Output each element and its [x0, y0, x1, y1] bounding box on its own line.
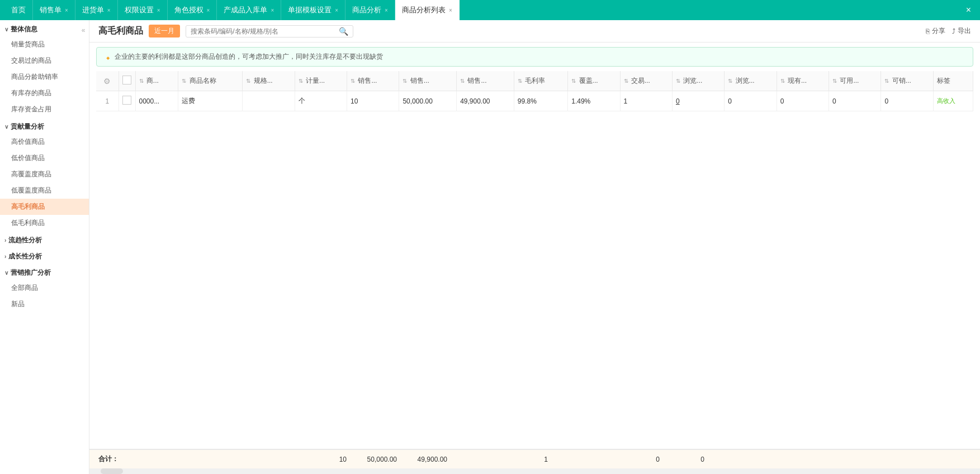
sidebar-group-trend[interactable]: › 流趋性分析 — [0, 231, 89, 247]
col-tag[interactable]: 标签 — [933, 71, 973, 91]
share-button[interactable]: ⎘ 分享 — [926, 26, 945, 36]
chevron-down-icon: ∨ — [4, 124, 8, 130]
nav-tab-role[interactable]: 角色授权 × — [168, 0, 217, 20]
filter-period-button[interactable]: 近一月 — [149, 25, 180, 37]
sort-icon: ⇅ — [246, 78, 250, 84]
row-sales-amount: 50,000.00 — [399, 91, 457, 111]
export-button[interactable]: ⤴ 导出 — [952, 26, 971, 36]
sidebar-item-all-goods[interactable]: 全部商品 — [0, 280, 89, 296]
search-box[interactable]: 🔍 — [186, 25, 353, 37]
row-spec — [243, 91, 295, 111]
nav-tab-sales[interactable]: 销售单 × — [33, 0, 75, 20]
row-select-checkbox[interactable] — [122, 96, 131, 105]
sidebar-group-contribution[interactable]: ∨ 贡献量分析 — [0, 118, 89, 134]
col-transaction[interactable]: ⇅ 交易... — [620, 71, 672, 91]
sidebar-item-stock-capital[interactable]: 库存资金占用 — [0, 101, 89, 118]
footer-available: 0 — [660, 456, 704, 463]
col-sellable[interactable]: ⇅ 可销... — [881, 71, 933, 91]
col-browse1[interactable]: ⇅ 浏览... — [672, 71, 724, 91]
sidebar-item-high-value[interactable]: 高价值商品 — [0, 134, 89, 150]
header-actions: ⎘ 分享 ⤴ 导出 — [926, 26, 971, 36]
sidebar-item-low-margin[interactable]: 低毛利商品 — [0, 215, 89, 231]
col-available[interactable]: ⇅ 可用... — [829, 71, 881, 91]
sidebar-group-marketing[interactable]: ∨ 营销推广分析 — [0, 264, 89, 280]
col-unit[interactable]: ⇅ 计量... — [295, 71, 347, 91]
col-code[interactable]: ⇅ 商... — [135, 71, 178, 91]
sidebar-item-goods-age-rate[interactable]: 商品分龄助销率 — [0, 69, 89, 85]
nav-tab-analysis[interactable]: 商品分析 × — [345, 0, 395, 20]
sort-icon: ⇅ — [884, 78, 889, 84]
sidebar-group-overall[interactable]: ∨ 整体信息 — [0, 20, 89, 36]
row-browse1[interactable]: 0 — [672, 91, 724, 111]
close-icon[interactable]: × — [385, 7, 388, 13]
nav-tab-purchase[interactable]: 进货单 × — [75, 0, 118, 20]
content-header: 高毛利商品 近一月 🔍 ⎘ 分享 ⤴ 导出 — [89, 20, 980, 43]
row-unit: 个 — [295, 91, 347, 111]
row-sales-qty: 10 — [347, 91, 399, 111]
close-icon[interactable]: × — [207, 7, 210, 13]
sidebar-group-growth[interactable]: › 成长性分析 — [0, 247, 89, 264]
sidebar-item-new-goods[interactable]: 新品 — [0, 296, 89, 312]
select-all-checkbox[interactable] — [122, 76, 131, 85]
search-icon[interactable]: 🔍 — [339, 27, 348, 36]
close-icon[interactable]: × — [107, 7, 111, 13]
col-spec[interactable]: ⇅ 规格... — [243, 71, 295, 91]
close-icon[interactable]: × — [65, 7, 68, 13]
close-icon[interactable]: × — [157, 7, 160, 13]
nav-tab-product-in[interactable]: 产成品入库单 × — [217, 0, 281, 20]
col-browse2[interactable]: ⇅ 浏览... — [725, 71, 777, 91]
nav-tab-permission[interactable]: 权限设置 × — [118, 0, 168, 20]
sidebar-item-high-margin[interactable]: 高毛利商品 — [0, 199, 89, 215]
col-gross-margin[interactable]: ⇅ 毛利率 — [514, 71, 567, 91]
page-title: 高毛利商品 — [98, 25, 143, 37]
sort-icon: ⇅ — [139, 78, 144, 84]
nav-tab-home[interactable]: 首页 — [4, 0, 33, 20]
top-navigation: 首页 销售单 × 进货单 × 权限设置 × 角色授权 × 产成品入库单 × 单据… — [0, 0, 980, 20]
close-icon[interactable]: × — [271, 7, 274, 13]
search-input[interactable] — [191, 27, 337, 35]
content-area: 高毛利商品 近一月 🔍 ⎘ 分享 ⤴ 导出 ⬥ 企业的主要的利润都是这部分商品创… — [89, 20, 980, 474]
col-checkbox[interactable] — [119, 71, 135, 91]
footer-transaction: 1 — [514, 456, 548, 463]
col-name[interactable]: ⇅ 商品名称 — [178, 71, 243, 91]
sort-icon: ⇅ — [403, 78, 407, 84]
nav-tab-analysis-list[interactable]: 商品分析列表 × — [395, 0, 460, 20]
close-icon[interactable]: × — [335, 7, 338, 13]
info-banner: ⬥ 企业的主要的利润都是这部分商品创造的，可考虑加大推广，同时关注库存是不要出现… — [96, 47, 973, 67]
row-code: 0000... — [135, 91, 178, 111]
sidebar-item-traded-goods[interactable]: 交易过的商品 — [0, 53, 89, 69]
row-browse2: 0 — [725, 91, 777, 111]
col-current-stock[interactable]: ⇅ 现有... — [777, 71, 828, 91]
sidebar-item-in-stock-goods[interactable]: 有库存的商品 — [0, 85, 89, 101]
sidebar-item-sales-goods[interactable]: 销量货商品 — [0, 36, 89, 53]
col-sales-amount[interactable]: ⇅ 销售... — [399, 71, 457, 91]
col-sales-qty[interactable]: ⇅ 销售... — [347, 71, 399, 91]
sidebar-collapse-button[interactable]: « — [78, 25, 89, 36]
nav-tab-template[interactable]: 单据模板设置 × — [281, 0, 345, 20]
row-sales-profit: 49,900.00 — [457, 91, 514, 111]
sort-icon: ⇅ — [351, 78, 355, 84]
sort-icon: ⇅ — [460, 78, 465, 84]
row-sellable: 0 — [881, 91, 933, 111]
close-all-button[interactable]: × — [962, 5, 976, 15]
row-checkbox[interactable] — [119, 91, 135, 111]
sidebar-item-high-coverage[interactable]: 高覆盖度商品 — [0, 166, 89, 182]
share-icon: ⎘ — [926, 27, 930, 35]
browse1-link[interactable]: 0 — [676, 97, 680, 105]
col-settings[interactable]: ⚙ — [96, 71, 119, 91]
row-gross-margin: 99.8% — [514, 91, 567, 111]
tag-badge: 高收入 — [937, 97, 955, 104]
sort-icon: ⇅ — [518, 78, 522, 84]
settings-icon[interactable]: ⚙ — [103, 77, 111, 86]
row-transaction: 1 — [620, 91, 672, 111]
horizontal-scrollbar[interactable] — [89, 468, 980, 474]
close-icon[interactable]: × — [449, 7, 452, 13]
sort-icon: ⇅ — [728, 78, 732, 84]
sidebar-item-low-coverage[interactable]: 低覆盖度商品 — [0, 182, 89, 199]
col-sales-profit[interactable]: ⇅ 销售... — [457, 71, 514, 91]
sort-icon: ⇅ — [780, 78, 785, 84]
sidebar-item-low-value[interactable]: 低价值商品 — [0, 150, 89, 166]
data-table-wrap: ⚙ ⇅ 商... ⇅ 商品名称 — [89, 71, 980, 449]
main-layout: « ∨ 整体信息 销量货商品 交易过的商品 商品分龄助销率 有库存的商品 库存资… — [0, 20, 980, 474]
col-coverage[interactable]: ⇅ 覆盖... — [568, 71, 620, 91]
